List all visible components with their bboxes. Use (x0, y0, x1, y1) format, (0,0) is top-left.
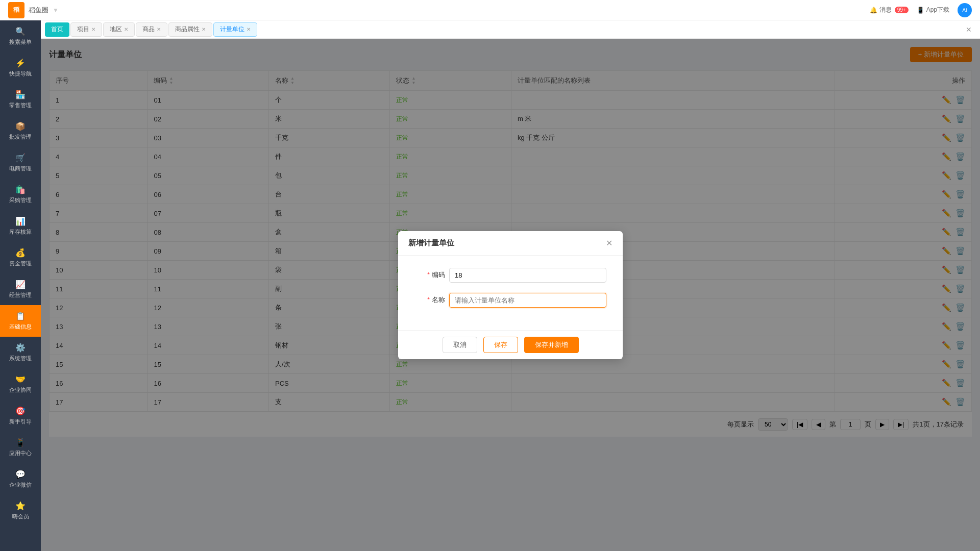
sidebar-item-partner[interactable]: 🤝 企业协同 (0, 368, 41, 400)
goods-attr-tab-label: 商品属性 (175, 25, 200, 34)
sidebar-item-operation[interactable]: 📈 经营管理 (0, 273, 41, 305)
sidebar-label-wholesale: 批发管理 (9, 133, 32, 141)
modal-title: 新增计量单位 (408, 238, 454, 248)
sidebar-item-quick-nav[interactable]: ⚡ 快捷导航 (0, 52, 41, 84)
home-tab-label: 首页 (51, 25, 63, 34)
sidebar-label-search: 搜索菜单 (9, 38, 32, 46)
tab-goods[interactable]: 商品 ✕ (136, 22, 167, 37)
main-layout: 🔍 搜索菜单 ⚡ 快捷导航 🏪 零售管理 📦 批发管理 🛒 电商管理 🛍️ 采购… (0, 20, 980, 551)
sidebar: 🔍 搜索菜单 ⚡ 快捷导航 🏪 零售管理 📦 批发管理 🛒 电商管理 🛍️ 采购… (0, 20, 41, 551)
sidebar-item-wholesale[interactable]: 📦 批发管理 (0, 115, 41, 147)
sidebar-item-finance[interactable]: 💰 资金管理 (0, 242, 41, 273)
notification-badge: 99+ (895, 7, 909, 13)
clipboard-icon: 📋 (15, 311, 26, 321)
box-icon: 📦 (15, 121, 26, 131)
handshake-icon: 🤝 (15, 374, 26, 384)
add-unit-modal: 新增计量单位 ✕ *编码 *名称 (398, 231, 623, 359)
modal-close-btn[interactable]: ✕ (606, 238, 612, 248)
notification-label: 消息 (879, 6, 892, 14)
sidebar-label-finance: 资金管理 (9, 260, 32, 267)
sidebar-item-inventory[interactable]: 📊 库存核算 (0, 210, 41, 242)
sidebar-label-system: 系统管理 (9, 355, 32, 362)
tab-goods-close[interactable]: ✕ (157, 27, 161, 32)
mobile-icon: 📱 (15, 438, 26, 447)
close-all-tabs-btn[interactable]: ✕ (962, 26, 976, 34)
name-input[interactable] (449, 293, 606, 308)
bell-icon: 🔔 (870, 7, 877, 14)
sidebar-label-membership: 嗨会员 (12, 513, 29, 520)
sidebar-item-app-center[interactable]: 📱 应用中心 (0, 432, 41, 463)
modal-footer: 取消 保存 保存并新增 (398, 330, 623, 359)
name-label: *名称 (414, 295, 445, 305)
sidebar-item-retail[interactable]: 🏪 零售管理 (0, 84, 41, 115)
goods-tab-label: 商品 (142, 25, 155, 34)
sidebar-item-system[interactable]: ⚙️ 系统管理 (0, 337, 41, 368)
region-tab-label: 地区 (110, 25, 122, 34)
sidebar-item-ecommerce[interactable]: 🛒 电商管理 (0, 147, 41, 179)
logo-text: 稻鱼圈 (29, 6, 48, 15)
logo-area: 稻 稻鱼圈 ▼ (8, 2, 59, 18)
star-icon: ⭐ (15, 501, 26, 511)
sidebar-label-app: 应用中心 (9, 449, 32, 457)
unit-tab-label: 计量单位 (220, 25, 244, 34)
gear-icon: ⚙️ (15, 343, 26, 353)
modal-overlay: 新增计量单位 ✕ *编码 *名称 (41, 39, 980, 551)
tab-project-close[interactable]: ✕ (91, 27, 95, 32)
top-header: 稻 稻鱼圈 ▼ 🔔 消息 99+ 📱 App下载 Ai (0, 0, 980, 20)
sidebar-label-basic: 基础信息 (9, 323, 32, 331)
sidebar-item-newbie[interactable]: 🎯 新手引导 (0, 400, 41, 432)
sidebar-label-company: 企业微信 (9, 481, 32, 489)
app-download-label: App下载 (926, 6, 949, 14)
tabs-bar: 首页 项目 ✕ 地区 ✕ 商品 ✕ 商品属性 ✕ 计量单位 ✕ ✕ (41, 20, 980, 39)
sidebar-label-operation: 经营管理 (9, 291, 32, 299)
chart-icon: 📊 (15, 216, 26, 226)
code-input[interactable] (449, 268, 606, 283)
trend-icon: 📈 (15, 280, 26, 289)
cancel-button[interactable]: 取消 (443, 337, 477, 353)
tab-unit-close[interactable]: ✕ (247, 27, 251, 32)
app-download-btn[interactable]: 📱 App下载 (917, 6, 949, 14)
tab-region-close[interactable]: ✕ (124, 27, 128, 32)
sidebar-label-newbie: 新手引导 (9, 418, 32, 425)
search-icon: 🔍 (15, 27, 26, 36)
sidebar-item-basic-info[interactable]: 📋 基础信息 (0, 305, 41, 337)
chat-icon: 💬 (15, 469, 26, 479)
save-button[interactable]: 保存 (483, 337, 518, 353)
name-field-row: *名称 (414, 293, 606, 308)
notification-btn[interactable]: 🔔 消息 99+ (870, 6, 909, 14)
target-icon: 🎯 (15, 406, 26, 416)
code-field-row: *编码 (414, 268, 606, 283)
tab-region[interactable]: 地区 ✕ (103, 22, 135, 37)
sidebar-item-membership[interactable]: ⭐ 嗨会员 (0, 495, 41, 527)
lightning-icon: ⚡ (15, 58, 26, 68)
sidebar-label-purchase: 采购管理 (9, 196, 32, 204)
sidebar-label-retail: 零售管理 (9, 102, 32, 109)
sidebar-label-partner: 企业协同 (9, 386, 32, 394)
sidebar-label-quick: 快捷导航 (9, 70, 32, 78)
store-icon: 🏪 (15, 90, 26, 99)
tab-goods-attr[interactable]: 商品属性 ✕ (168, 22, 212, 37)
header-right: 🔔 消息 99+ 📱 App下载 Ai (870, 3, 972, 17)
sidebar-item-search-menu[interactable]: 🔍 搜索菜单 (0, 20, 41, 52)
modal-body: *编码 *名称 (398, 256, 623, 330)
sidebar-item-company-credit[interactable]: 💬 企业微信 (0, 463, 41, 495)
shopping-icon: 🛍️ (15, 185, 26, 194)
dropdown-arrow[interactable]: ▼ (53, 7, 59, 14)
tab-goods-attr-close[interactable]: ✕ (202, 27, 206, 32)
content-area: 首页 项目 ✕ 地区 ✕ 商品 ✕ 商品属性 ✕ 计量单位 ✕ ✕ (41, 20, 980, 551)
user-avatar[interactable]: Ai (958, 3, 972, 17)
sidebar-label-ecommerce: 电商管理 (9, 165, 32, 172)
tab-home[interactable]: 首页 (45, 22, 69, 37)
sidebar-label-inventory: 库存核算 (9, 228, 32, 236)
money-icon: 💰 (15, 248, 26, 258)
tab-project[interactable]: 项目 ✕ (70, 22, 102, 37)
sidebar-item-purchase[interactable]: 🛍️ 采购管理 (0, 179, 41, 210)
cart-icon: 🛒 (15, 153, 26, 163)
modal-header: 新增计量单位 ✕ (398, 231, 623, 256)
save-and-new-button[interactable]: 保存并新增 (524, 337, 579, 353)
logo-icon: 稻 (8, 2, 24, 18)
page-content: 计量单位 + 新增计量单位 序号 编码 (41, 39, 980, 551)
app-icon: 📱 (917, 7, 924, 14)
code-label: *编码 (414, 270, 445, 280)
tab-unit[interactable]: 计量单位 ✕ (213, 22, 257, 37)
